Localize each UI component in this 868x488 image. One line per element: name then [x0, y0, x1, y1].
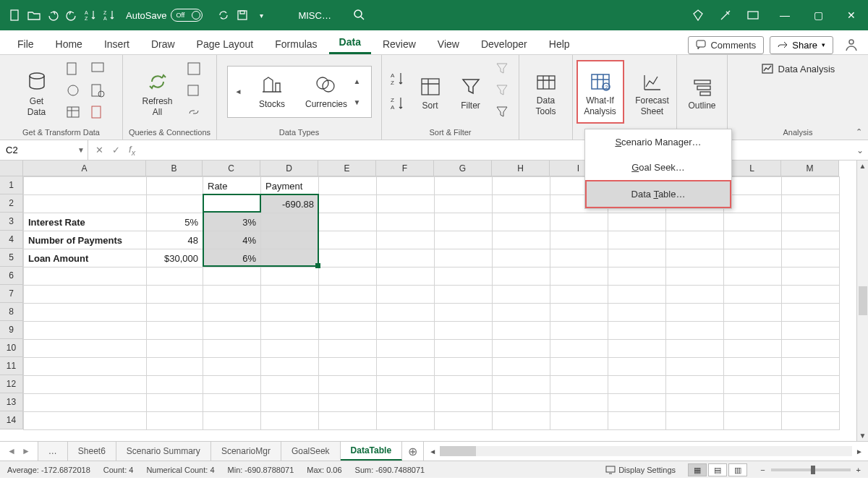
sheet-tab[interactable]: ScenarioMgr: [211, 442, 281, 461]
cell[interactable]: [319, 231, 377, 249]
gallery-prev-icon[interactable]: ◄: [235, 87, 245, 95]
cell[interactable]: Payment: [261, 177, 319, 195]
cell[interactable]: [608, 376, 666, 394]
cell[interactable]: [724, 358, 782, 376]
cell[interactable]: [782, 231, 840, 249]
cell[interactable]: [203, 195, 261, 213]
column-header[interactable]: A: [23, 160, 146, 176]
new-sheet-button[interactable]: ⊕: [402, 442, 424, 461]
existing-conn-icon[interactable]: [90, 83, 108, 100]
horizontal-scrollbar[interactable]: ◄►: [424, 442, 868, 461]
cell[interactable]: [24, 267, 147, 286]
cell[interactable]: [261, 286, 319, 304]
cell[interactable]: [782, 249, 840, 267]
column-header[interactable]: M: [781, 160, 839, 176]
cell[interactable]: [319, 213, 377, 231]
tab-review[interactable]: Review: [373, 34, 426, 54]
from-web-icon[interactable]: [66, 83, 83, 100]
diamond-icon[interactable]: [690, 7, 706, 23]
refresh-all-button[interactable]: Refresh All: [136, 60, 179, 124]
cell[interactable]: [724, 394, 782, 412]
cell[interactable]: [203, 376, 261, 394]
goal-seek-item[interactable]: Goal Seek…: [585, 155, 731, 180]
from-picture-icon[interactable]: [90, 105, 108, 122]
cell[interactable]: [724, 177, 782, 195]
sheet-tab[interactable]: DataTable: [341, 442, 402, 461]
cell[interactable]: [493, 322, 550, 340]
row-header[interactable]: 8: [0, 303, 23, 321]
tab-view[interactable]: View: [427, 34, 469, 54]
cell[interactable]: [203, 340, 261, 358]
cell[interactable]: [203, 358, 261, 376]
cell[interactable]: [435, 286, 493, 304]
cell[interactable]: [608, 322, 666, 340]
cell[interactable]: Number of Payments: [24, 231, 147, 249]
cell[interactable]: [493, 231, 550, 249]
cell[interactable]: [493, 267, 550, 286]
cell[interactable]: [666, 412, 724, 430]
cell[interactable]: 3%: [203, 213, 261, 231]
cell[interactable]: [435, 340, 493, 358]
clear-filter-icon[interactable]: [495, 61, 512, 79]
zoom-in-button[interactable]: +: [856, 466, 861, 474]
cell[interactable]: [493, 340, 550, 358]
cell[interactable]: [782, 322, 840, 340]
sheet-tab[interactable]: Scenario Summary: [116, 442, 211, 461]
filter-button[interactable]: Filter: [454, 60, 488, 124]
row-header[interactable]: 12: [0, 375, 23, 393]
cell[interactable]: [261, 394, 319, 412]
cell[interactable]: [608, 267, 666, 286]
cell[interactable]: [608, 412, 666, 430]
cell[interactable]: [203, 304, 261, 322]
cell[interactable]: [435, 322, 493, 340]
cell[interactable]: [319, 376, 377, 394]
cell[interactable]: [666, 231, 724, 249]
cell[interactable]: [435, 412, 493, 430]
column-header[interactable]: H: [492, 160, 550, 176]
cell[interactable]: [666, 267, 724, 286]
column-header[interactable]: L: [723, 160, 781, 176]
cell[interactable]: [377, 267, 435, 286]
cell[interactable]: [666, 376, 724, 394]
cell[interactable]: [724, 286, 782, 304]
row-header[interactable]: 3: [0, 213, 23, 231]
cell[interactable]: [493, 394, 550, 412]
search-icon[interactable]: [353, 9, 365, 22]
cell[interactable]: 48: [147, 231, 203, 249]
cell[interactable]: [24, 304, 147, 322]
cell[interactable]: [493, 358, 550, 376]
sheet-tab[interactable]: GoalSeek: [281, 442, 341, 461]
cell[interactable]: [24, 412, 147, 430]
cell[interactable]: [261, 412, 319, 430]
column-header[interactable]: G: [434, 160, 492, 176]
row-header[interactable]: 5: [0, 249, 23, 267]
autosave-toggle[interactable]: AutoSave Off: [126, 9, 203, 22]
cell[interactable]: [608, 340, 666, 358]
cell[interactable]: [435, 376, 493, 394]
column-header[interactable]: D: [260, 160, 318, 176]
cell[interactable]: [435, 195, 493, 213]
cell[interactable]: [24, 376, 147, 394]
cell[interactable]: [24, 195, 147, 213]
cell[interactable]: [261, 340, 319, 358]
cell[interactable]: [435, 213, 493, 231]
cell[interactable]: [147, 267, 203, 286]
cell[interactable]: [550, 322, 608, 340]
from-table-icon[interactable]: [66, 105, 83, 122]
advanced-filter-icon[interactable]: [495, 105, 512, 122]
tab-data[interactable]: Data: [329, 32, 371, 54]
zoom-out-button[interactable]: −: [760, 466, 765, 474]
column-header[interactable]: B: [146, 160, 203, 176]
cell[interactable]: [203, 267, 261, 286]
row-header[interactable]: 1: [0, 176, 23, 194]
cell[interactable]: [319, 394, 377, 412]
zoom-slider[interactable]: [771, 468, 851, 471]
sheet-nav-next-icon[interactable]: ►: [22, 446, 30, 456]
cell[interactable]: [666, 394, 724, 412]
cell[interactable]: [435, 249, 493, 267]
cell[interactable]: $30,000: [147, 249, 203, 267]
cell[interactable]: [261, 231, 319, 249]
qat-more-icon[interactable]: ▾: [253, 7, 269, 23]
cell[interactable]: [724, 340, 782, 358]
cell[interactable]: [377, 340, 435, 358]
